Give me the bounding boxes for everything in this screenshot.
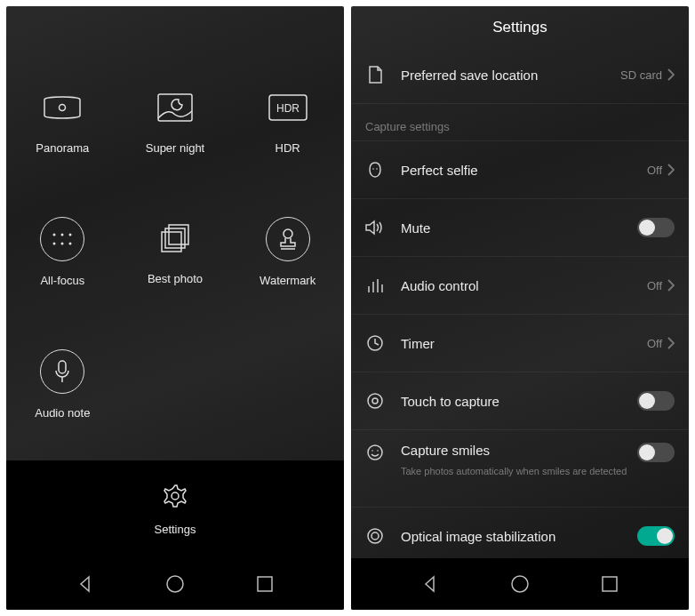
mode-label: HDR	[276, 141, 300, 155]
touch-circle-icon	[365, 391, 385, 411]
nav-home-button[interactable]	[164, 573, 186, 595]
stack-photos-icon	[154, 217, 196, 260]
row-label: Preferred save location	[401, 68, 620, 83]
row-label: Audio control	[401, 278, 647, 293]
mode-label: All-focus	[40, 274, 84, 287]
svg-rect-15	[59, 361, 66, 373]
svg-rect-1	[158, 94, 192, 121]
bars-icon	[365, 276, 385, 295]
camera-settings-screen: Settings Preferred save location SD card…	[351, 6, 689, 610]
microphone-icon	[40, 349, 84, 394]
row-mute[interactable]: Mute	[351, 199, 689, 257]
row-timer[interactable]: Timer Off	[351, 315, 689, 372]
svg-rect-35	[603, 577, 617, 591]
svg-point-9	[69, 243, 72, 245]
mute-toggle[interactable]	[637, 218, 675, 237]
row-capture-smiles[interactable]: Capture smiles Take photos automatically…	[351, 430, 689, 508]
all-focus-icon	[40, 217, 84, 261]
row-audio-control[interactable]: Audio control Off	[351, 257, 689, 315]
svg-point-20	[372, 168, 374, 170]
svg-point-32	[368, 529, 382, 543]
chevron-right-icon	[667, 279, 675, 292]
svg-point-30	[371, 450, 373, 452]
svg-rect-19	[258, 577, 272, 591]
mode-watermark[interactable]: Watermark	[239, 217, 337, 287]
svg-point-21	[376, 168, 378, 170]
nav-back-button[interactable]	[419, 573, 441, 595]
mode-panorama[interactable]: Panorama	[13, 86, 111, 155]
svg-point-33	[371, 532, 379, 540]
page-title: Settings	[351, 6, 689, 45]
row-ois[interactable]: Optical image stabilization	[351, 508, 689, 558]
svg-point-13	[284, 229, 292, 238]
mode-hdr[interactable]: HDR HDR	[239, 86, 337, 155]
row-label: Touch to capture	[401, 394, 637, 409]
stabilization-icon	[365, 526, 385, 546]
nav-back-button[interactable]	[75, 573, 96, 595]
mode-label: Audio note	[35, 406, 90, 420]
mode-super-night[interactable]: Super night	[126, 86, 224, 155]
svg-point-31	[377, 450, 379, 452]
svg-point-8	[61, 243, 64, 245]
camera-modes-screen: Panorama Super night HDR HDR All-focus	[6, 6, 344, 610]
row-value: SD card	[620, 68, 662, 82]
mode-audio-note[interactable]: Audio note	[13, 349, 111, 420]
face-icon	[365, 160, 385, 180]
navigation-bar	[6, 558, 344, 610]
mode-all-focus[interactable]: All-focus	[13, 217, 111, 287]
navigation-bar	[351, 558, 689, 610]
svg-text:HDR: HDR	[276, 102, 300, 115]
mode-label: Watermark	[260, 274, 316, 287]
smile-icon	[365, 443, 385, 462]
document-icon	[365, 65, 385, 84]
svg-point-17	[172, 492, 179, 500]
mode-label: Best photo	[148, 272, 203, 285]
nav-recents-button[interactable]	[599, 573, 620, 595]
settings-list[interactable]: Preferred save location SD card Capture …	[351, 46, 689, 558]
row-touch-capture[interactable]: Touch to capture	[351, 372, 689, 430]
row-label: Timer	[401, 336, 647, 351]
nav-recents-button[interactable]	[254, 573, 276, 595]
row-label: Optical image stabilization	[401, 529, 637, 544]
row-label: Capture smiles	[401, 443, 637, 458]
svg-point-6	[69, 234, 72, 236]
mode-best-photo[interactable]: Best photo	[126, 217, 224, 287]
svg-point-18	[167, 576, 183, 592]
stamp-icon	[266, 217, 310, 261]
section-header-capture: Capture settings	[351, 104, 689, 141]
row-value: Off	[647, 337, 662, 350]
settings-label: Settings	[155, 523, 196, 536]
row-save-location[interactable]: Preferred save location SD card	[351, 46, 689, 104]
mode-label: Panorama	[36, 141, 89, 155]
row-subtitle: Take photos automatically when smiles ar…	[401, 466, 627, 476]
row-value: Off	[647, 279, 662, 292]
ois-toggle[interactable]	[637, 526, 675, 546]
capture-smiles-toggle[interactable]	[637, 443, 675, 462]
svg-point-34	[512, 576, 528, 592]
panorama-icon	[41, 86, 84, 129]
clock-icon	[365, 333, 385, 353]
row-label: Mute	[401, 220, 637, 236]
svg-point-7	[53, 243, 56, 245]
chevron-right-icon	[667, 337, 675, 349]
svg-point-28	[372, 398, 378, 404]
row-label: Perfect selfie	[401, 163, 647, 178]
row-perfect-selfie[interactable]: Perfect selfie Off	[351, 141, 689, 199]
svg-point-29	[368, 445, 382, 460]
speaker-icon	[365, 218, 385, 237]
svg-point-0	[60, 105, 66, 111]
moon-landscape-icon	[154, 86, 196, 129]
chevron-right-icon	[667, 68, 675, 81]
svg-point-27	[368, 394, 382, 408]
svg-point-4	[53, 234, 56, 236]
nav-home-button[interactable]	[509, 573, 531, 595]
row-value: Off	[647, 164, 662, 177]
settings-button[interactable]: Settings	[6, 460, 344, 558]
touch-capture-toggle[interactable]	[637, 391, 675, 411]
modes-grid: Panorama Super night HDR HDR All-focus	[6, 6, 344, 420]
svg-point-5	[61, 234, 64, 236]
mode-label: Super night	[146, 141, 205, 155]
gear-icon	[162, 483, 188, 512]
hdr-icon: HDR	[267, 86, 309, 129]
chevron-right-icon	[667, 164, 675, 176]
